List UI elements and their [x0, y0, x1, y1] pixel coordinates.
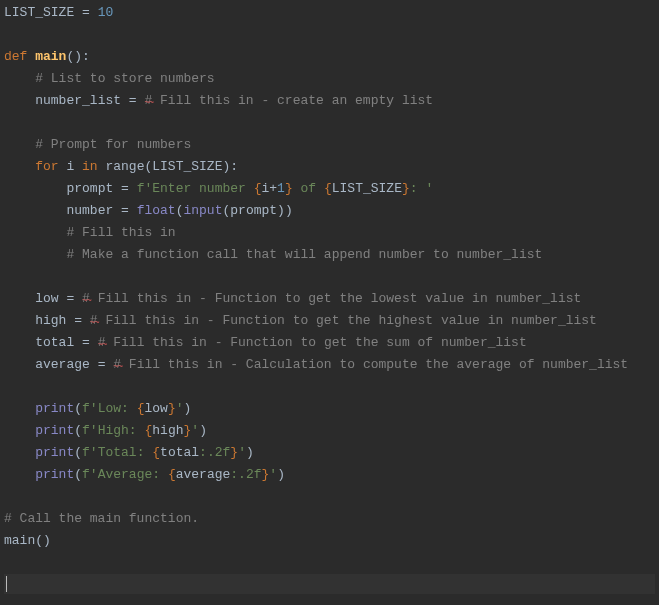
fstring-open: f'Enter number — [137, 181, 254, 196]
num-literal: 10 — [98, 5, 114, 20]
fstring-open: f'Total: — [82, 445, 152, 460]
comment: # Fill this in - create an empty list — [144, 93, 433, 108]
brace-icon: { — [152, 445, 160, 460]
comment: # Fill this in - Function to get the hig… — [90, 313, 597, 328]
expr: i+ — [261, 181, 277, 196]
expr: average — [176, 467, 231, 482]
expr: total — [160, 445, 199, 460]
loop-var: i — [59, 159, 82, 174]
num: 1 — [277, 181, 285, 196]
fmt: :.2f — [230, 467, 261, 482]
fmt: :.2f — [199, 445, 230, 460]
str-end: ' — [238, 445, 246, 460]
paren: (): — [66, 49, 89, 64]
brace-icon: } — [230, 445, 238, 460]
code-editor[interactable]: LIST_SIZE = 10 def main(): # List to sto… — [4, 2, 655, 552]
cursor-icon — [6, 576, 7, 592]
kw-in: in — [82, 159, 98, 174]
paren: ) — [199, 423, 207, 438]
comment: # List to store numbers — [35, 71, 214, 86]
const-name: LIST_SIZE — [4, 5, 74, 20]
kw-for: for — [35, 159, 58, 174]
paren: ) — [277, 467, 285, 482]
paren: ( — [74, 401, 82, 416]
builtin-print: print — [35, 423, 74, 438]
active-line-highlight — [4, 574, 655, 594]
paren: )) — [277, 203, 293, 218]
assign: number_list = — [35, 93, 144, 108]
main-call: main() — [4, 533, 51, 548]
paren: ) — [246, 445, 254, 460]
expr: LIST_SIZE — [332, 181, 402, 196]
builtin-print: print — [35, 445, 74, 460]
str-end: ' — [176, 401, 184, 416]
builtin-print: print — [35, 467, 74, 482]
assign: total = — [35, 335, 97, 350]
op-eq: = — [74, 5, 97, 20]
paren: ( — [74, 445, 82, 460]
assign: high = — [35, 313, 90, 328]
comment: # Fill this in — [66, 225, 175, 240]
brace-icon: } — [402, 181, 410, 196]
comment: # Fill this in - Calculation to compute … — [113, 357, 628, 372]
fstring-open: f'Low: — [82, 401, 137, 416]
brace-icon: } — [285, 181, 293, 196]
assign: average = — [35, 357, 113, 372]
paren: ( — [74, 467, 82, 482]
paren: ) — [184, 401, 192, 416]
comment: # Make a function call that will append … — [66, 247, 542, 262]
range-call: range(LIST_SIZE): — [98, 159, 238, 174]
assign: number = — [66, 203, 136, 218]
expr: low — [144, 401, 167, 416]
str-end: : ' — [410, 181, 433, 196]
expr: high — [152, 423, 183, 438]
builtin-print: print — [35, 401, 74, 416]
brace-icon: { — [168, 467, 176, 482]
fstring-open: f'High: — [82, 423, 144, 438]
arg: prompt — [230, 203, 277, 218]
brace-icon: { — [324, 181, 332, 196]
assign: low = — [35, 291, 82, 306]
comment: # Call the main function. — [4, 511, 199, 526]
builtin-input: input — [183, 203, 222, 218]
builtin-float: float — [137, 203, 176, 218]
str-mid: of — [293, 181, 324, 196]
assign: prompt = — [66, 181, 136, 196]
str-end: ' — [191, 423, 199, 438]
kw-def: def — [4, 49, 27, 64]
comment: # Fill this in - Function to get the low… — [82, 291, 581, 306]
comment: # Fill this in - Function to get the sum… — [98, 335, 527, 350]
str-end: ' — [269, 467, 277, 482]
paren: ( — [74, 423, 82, 438]
brace-icon: } — [168, 401, 176, 416]
fn-main: main — [35, 49, 66, 64]
fstring-open: f'Average: — [82, 467, 168, 482]
comment: # Prompt for numbers — [35, 137, 191, 152]
